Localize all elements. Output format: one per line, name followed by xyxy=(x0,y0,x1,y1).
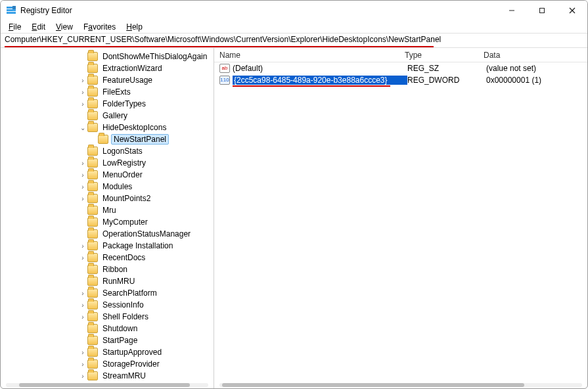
svg-rect-3 xyxy=(12,6,16,9)
tree-item[interactable]: ›StartupApproved xyxy=(1,346,214,358)
folder-icon xyxy=(87,111,98,120)
column-header-data[interactable]: Data xyxy=(484,51,587,60)
tree-item[interactable]: Mru xyxy=(1,204,214,216)
tree-item-label: Ribbon xyxy=(101,265,129,274)
tree-item[interactable]: ›FileExts xyxy=(1,86,214,98)
column-header-name[interactable]: Name xyxy=(214,51,405,60)
title-bar: Registry Editor xyxy=(1,1,587,20)
chevron-right-icon[interactable]: › xyxy=(78,313,87,321)
folder-icon xyxy=(87,99,98,108)
tree-item-label: LogonStats xyxy=(101,147,145,156)
chevron-right-icon[interactable]: › xyxy=(78,349,87,356)
value-row[interactable]: 110{2cc5ca98-6485-489a-920e-b3e88a6ccce3… xyxy=(214,74,587,86)
tree-item[interactable]: ›MenuOrder xyxy=(1,169,214,181)
tree-item[interactable]: ›StreamMRU xyxy=(1,370,214,382)
chevron-right-icon[interactable]: › xyxy=(78,172,87,179)
value-row[interactable]: ab(Default)REG_SZ(value not set) xyxy=(214,62,587,74)
value-name: (Default) xyxy=(233,64,407,73)
tree-item-label: DontShowMeThisDialogAgain xyxy=(101,52,209,61)
tree-item-label: StartupApproved xyxy=(101,348,164,357)
values-horizontal-scrollbar[interactable] xyxy=(219,383,582,387)
address-text: Computer\HKEY_CURRENT_USER\Software\Micr… xyxy=(5,35,441,44)
menu-help[interactable]: Help xyxy=(121,22,148,32)
tree-item[interactable]: ›FolderTypes xyxy=(1,98,214,110)
tree-item-label: SessionInfo xyxy=(101,300,146,309)
chevron-right-icon[interactable]: › xyxy=(78,101,87,108)
menu-favorites[interactable]: Favorites xyxy=(78,22,121,32)
folder-icon xyxy=(87,359,98,369)
menu-file[interactable]: File xyxy=(3,22,26,32)
values-list[interactable]: ab(Default)REG_SZ(value not set)110{2cc5… xyxy=(214,62,587,87)
chevron-right-icon[interactable]: › xyxy=(78,290,87,297)
tree-item[interactable]: ⌄HideDesktopIcons xyxy=(1,122,214,133)
folder-icon xyxy=(87,336,98,345)
tree-item-label: FileExts xyxy=(101,87,133,97)
tree-item-label: StreamMRU xyxy=(101,371,148,380)
folder-icon xyxy=(87,288,98,298)
folder-icon xyxy=(87,312,98,321)
folder-icon xyxy=(87,206,98,215)
chevron-right-icon[interactable]: › xyxy=(78,195,87,202)
tree-item[interactable]: OperationStatusManager xyxy=(1,228,214,240)
tree-item[interactable]: ›Shell Folders xyxy=(1,311,214,323)
content-area: DontShowMeThisDialogAgainExtractionWizar… xyxy=(1,48,587,389)
tree-item[interactable]: ›RecentDocs xyxy=(1,252,214,263)
tree-item-label: FeatureUsage xyxy=(101,76,154,85)
tree-item[interactable]: Shutdown xyxy=(1,323,214,334)
tree-horizontal-scrollbar[interactable] xyxy=(6,383,208,387)
tree-item[interactable]: MyComputer xyxy=(1,216,214,228)
chevron-right-icon[interactable]: › xyxy=(78,183,87,191)
maximize-button[interactable] xyxy=(527,1,557,20)
tree-item[interactable]: ›MountPoints2 xyxy=(1,193,214,204)
chevron-right-icon[interactable]: › xyxy=(78,254,87,262)
chevron-down-icon[interactable]: ⌄ xyxy=(78,124,87,131)
svg-rect-2 xyxy=(7,12,16,14)
folder-icon xyxy=(87,277,98,286)
folder-icon xyxy=(87,64,98,73)
chevron-right-icon[interactable]: › xyxy=(78,361,87,368)
tree-item-label: ExtractionWizard xyxy=(101,64,164,73)
menu-edit[interactable]: Edit xyxy=(26,22,51,32)
tree-item[interactable]: ›Modules xyxy=(1,181,214,193)
chevron-right-icon[interactable]: › xyxy=(78,242,87,250)
dword-value-icon: 110 xyxy=(219,76,230,85)
tree-item[interactable]: ›FeatureUsage xyxy=(1,74,214,86)
tree-item[interactable]: StartPage xyxy=(1,334,214,346)
tree-item[interactable]: Ribbon xyxy=(1,263,214,275)
registry-editor-icon xyxy=(6,5,16,16)
folder-icon xyxy=(87,76,98,85)
menu-view[interactable]: View xyxy=(51,22,78,32)
tree-item[interactable]: DontShowMeThisDialogAgain xyxy=(1,51,214,62)
chevron-right-icon[interactable]: › xyxy=(78,373,87,380)
chevron-right-icon[interactable]: › xyxy=(78,77,87,84)
tree-pane[interactable]: DontShowMeThisDialogAgainExtractionWizar… xyxy=(1,48,214,389)
tree-item[interactable]: LogonStats xyxy=(1,145,214,157)
folder-icon xyxy=(87,123,98,132)
tree-item-label: RecentDocs xyxy=(101,253,147,262)
tree-item[interactable]: Gallery xyxy=(1,110,214,122)
folder-icon xyxy=(87,265,98,274)
value-data: 0x00000001 (1) xyxy=(486,76,587,85)
tree-item[interactable]: NewStartPanel xyxy=(1,133,214,145)
tree-item-label: RunMRU xyxy=(101,277,137,286)
values-pane[interactable]: Name Type Data ab(Default)REG_SZ(value n… xyxy=(214,48,587,389)
close-button[interactable] xyxy=(557,1,587,20)
minimize-button[interactable] xyxy=(497,1,527,20)
tree-item[interactable]: ›SessionInfo xyxy=(1,299,214,311)
tree-item[interactable]: ›StorageProvider xyxy=(1,358,214,370)
value-data: (value not set) xyxy=(486,64,587,73)
tree-item[interactable]: ›LowRegistry xyxy=(1,157,214,169)
tree-item[interactable]: ›Package Installation xyxy=(1,240,214,252)
registry-tree[interactable]: DontShowMeThisDialogAgainExtractionWizar… xyxy=(1,51,214,382)
tree-item[interactable]: ›SearchPlatform xyxy=(1,287,214,299)
chevron-right-icon[interactable]: › xyxy=(78,89,87,96)
tree-item-label: Gallery xyxy=(101,111,129,120)
tree-item[interactable]: RunMRU xyxy=(1,275,214,287)
chevron-right-icon[interactable]: › xyxy=(78,160,87,167)
column-header-type[interactable]: Type xyxy=(405,51,484,60)
folder-icon xyxy=(87,158,98,168)
folder-icon xyxy=(87,300,98,309)
chevron-right-icon[interactable]: › xyxy=(78,302,87,309)
tree-item[interactable]: ExtractionWizard xyxy=(1,62,214,74)
value-type: REG_DWORD xyxy=(407,76,486,85)
